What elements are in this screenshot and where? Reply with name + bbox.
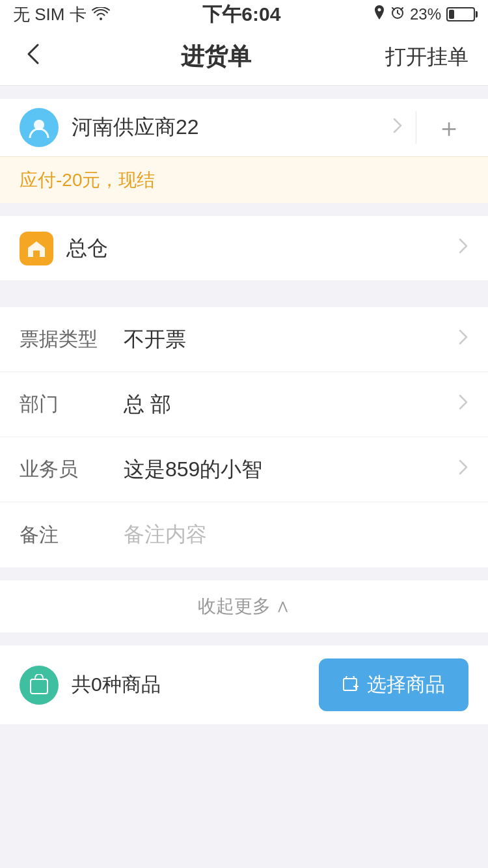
add-supplier-button[interactable]: ＋ bbox=[429, 103, 468, 152]
supplier-row[interactable]: 河南供应商22 ＋ bbox=[0, 99, 488, 156]
battery-icon bbox=[446, 7, 475, 21]
select-product-button[interactable]: 选择商品 bbox=[319, 658, 468, 711]
notice-banner: 应付-20元，现结 bbox=[0, 156, 488, 203]
svg-rect-3 bbox=[31, 679, 47, 694]
page-title: 进货单 bbox=[181, 41, 251, 73]
location-icon bbox=[373, 5, 385, 23]
warehouse-icon bbox=[20, 232, 53, 265]
invoice-type-chevron-icon bbox=[458, 329, 468, 350]
bottom-fill bbox=[0, 724, 488, 868]
remark-placeholder[interactable]: 备注内容 bbox=[111, 521, 468, 549]
status-right: 23% bbox=[373, 5, 475, 23]
salesperson-label: 业务员 bbox=[20, 456, 111, 483]
alarm-icon bbox=[390, 5, 405, 23]
department-chevron-icon bbox=[458, 394, 468, 415]
remark-row[interactable]: 备注 备注内容 bbox=[0, 502, 488, 567]
nav-bar: 进货单 打开挂单 bbox=[0, 29, 488, 86]
battery-text: 23% bbox=[410, 5, 441, 23]
status-bar: 无 SIM 卡 下午6:04 23% bbox=[0, 0, 488, 29]
remark-label: 备注 bbox=[20, 522, 111, 549]
supplier-name: 河南供应商22 bbox=[72, 113, 392, 142]
open-pending-button[interactable]: 打开挂单 bbox=[385, 43, 468, 72]
supplier-avatar bbox=[20, 108, 59, 147]
department-label: 部门 bbox=[20, 391, 111, 418]
salesperson-value: 这是859的小智 bbox=[111, 455, 458, 484]
form-top-divider bbox=[0, 294, 488, 307]
department-value: 总 部 bbox=[111, 390, 458, 419]
wifi-icon bbox=[92, 5, 110, 25]
notice-text: 应付-20元，现结 bbox=[20, 170, 155, 190]
collapse-label: 收起更多 ∧ bbox=[198, 594, 291, 619]
product-count: 共0种商品 bbox=[72, 671, 319, 698]
supplier-chevron-icon bbox=[392, 117, 403, 139]
salesperson-chevron-icon bbox=[458, 459, 468, 480]
invoice-type-row[interactable]: 票据类型 不开票 bbox=[0, 307, 488, 372]
status-time: 下午6:04 bbox=[202, 1, 280, 28]
carrier-text: 无 SIM 卡 bbox=[13, 3, 87, 26]
supplier-divider bbox=[416, 111, 416, 144]
product-bar: 共0种商品 选择商品 bbox=[0, 645, 488, 724]
product-icon bbox=[20, 666, 59, 705]
status-left: 无 SIM 卡 bbox=[13, 3, 110, 26]
supplier-section: 河南供应商22 ＋ 应付-20元，现结 bbox=[0, 99, 488, 203]
invoice-type-label: 票据类型 bbox=[20, 326, 111, 353]
department-row[interactable]: 部门 总 部 bbox=[0, 372, 488, 437]
collapse-toggle[interactable]: 收起更多 ∧ bbox=[0, 580, 488, 632]
svg-rect-4 bbox=[344, 679, 357, 690]
invoice-type-value: 不开票 bbox=[111, 325, 458, 354]
warehouse-name: 总仓 bbox=[66, 234, 458, 263]
svg-rect-2 bbox=[33, 251, 40, 257]
form-section: 票据类型 不开票 部门 总 部 业务员 这是859的小智 备注 备注内容 bbox=[0, 294, 488, 567]
warehouse-chevron-icon bbox=[458, 237, 468, 259]
warehouse-divider bbox=[0, 203, 488, 216]
warehouse-row[interactable]: 总仓 bbox=[0, 216, 488, 281]
salesperson-row[interactable]: 业务员 这是859的小智 bbox=[0, 437, 488, 502]
select-btn-label: 选择商品 bbox=[367, 671, 445, 698]
back-button[interactable] bbox=[20, 36, 47, 78]
top-divider bbox=[0, 86, 488, 99]
